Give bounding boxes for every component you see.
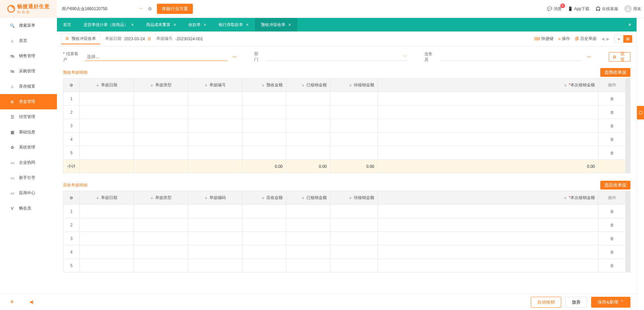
footer-bar: 自动核销 放弃 保存&新增 ⌃ — [57, 294, 637, 310]
support-link[interactable]: 🎧 在线客服 — [596, 6, 618, 12]
table-row[interactable]: 5🗑 — [63, 146, 630, 160]
customer-picker-icon[interactable]: ⋯ — [233, 54, 237, 59]
settings-gear-icon[interactable]: ⚙ — [10, 300, 14, 304]
table-row[interactable]: 5🗑 — [63, 259, 630, 272]
table-row[interactable]: 4🗑 — [63, 245, 630, 259]
table-row[interactable]: 1🗑 — [63, 205, 630, 218]
gear-icon[interactable]: ⚙ — [69, 196, 73, 200]
table-row[interactable]: 3🗑 — [63, 119, 630, 133]
trash-icon[interactable]: 🗑 — [610, 223, 614, 227]
sort-icon[interactable]: ◆ — [205, 83, 207, 87]
gear-icon[interactable]: ⚙ — [148, 6, 152, 12]
messages-link[interactable]: 💬 消息 5 — [547, 6, 562, 12]
sidebar-item[interactable]: ⊕资金管理 — [0, 94, 57, 109]
close-icon[interactable]: ✕ — [288, 23, 291, 27]
table-row[interactable]: 1🗑 — [63, 92, 630, 106]
sidebar-item[interactable]: ☰经营管理 — [0, 109, 57, 125]
tab[interactable]: 预收冲应收单✕ — [255, 18, 297, 31]
app-download-link[interactable]: 📱 App下载 — [568, 6, 589, 12]
doc-date-value[interactable]: 2023-03-24 — [124, 37, 145, 41]
sales-label: 业务员 — [424, 51, 437, 63]
auto-writeoff-button[interactable]: 自动核销 — [531, 297, 561, 308]
table-row[interactable]: 3🗑 — [63, 232, 630, 245]
next-doc-icon[interactable]: ▶ — [606, 37, 609, 41]
close-icon[interactable]: ✕ — [246, 23, 249, 27]
tab[interactable]: 首页 — [57, 18, 77, 31]
trash-icon[interactable]: 🗑 — [610, 151, 614, 155]
tab[interactable]: 银行存取款单✕ — [213, 18, 255, 31]
experience-button[interactable]: 体验行业方案 — [157, 4, 193, 14]
table-row[interactable]: 2🗑 — [63, 106, 630, 119]
doc-tab[interactable]: 🗎 预收冲应收单 — [61, 34, 100, 44]
sidebar-item[interactable]: 🔍搜索菜单 — [0, 18, 57, 33]
settings-button[interactable]: ⚙ 设置 — [609, 52, 630, 62]
trash-icon[interactable]: 🗑 — [610, 263, 614, 268]
collapse-sidebar-icon[interactable]: ◀| — [29, 300, 34, 304]
sort-icon[interactable]: ◆ — [349, 83, 352, 87]
table-row[interactable]: 4🗑 — [63, 133, 630, 146]
save-and-new-button[interactable]: 保存&新增 ⌃ — [591, 297, 630, 308]
sidebar-item[interactable]: ⌂首页 — [0, 33, 57, 48]
sort-icon[interactable]: ◆ — [564, 196, 567, 200]
sidebar-item[interactable]: ⚙系统管理 — [0, 140, 57, 155]
calendar-icon[interactable]: 🗓 — [147, 37, 152, 41]
select-receivable-button[interactable]: 选应收单据 — [600, 181, 630, 190]
sort-icon[interactable]: ◆ — [302, 196, 304, 200]
sales-picker-icon[interactable]: ⋯ — [587, 54, 592, 59]
customer-input[interactable] — [85, 53, 227, 61]
tab[interactable]: 收款单✕ — [182, 18, 213, 31]
sort-icon[interactable]: ◆ — [205, 196, 207, 200]
select-prepay-button[interactable]: 选预收单据 — [600, 68, 630, 77]
trash-icon[interactable]: 🗑 — [610, 124, 614, 128]
sidebar-item[interactable]: 🛍采购管理 — [0, 64, 57, 79]
gutter-button[interactable] — [637, 106, 644, 119]
trash-icon[interactable]: 🗑 — [610, 137, 614, 142]
sort-icon[interactable]: ◆ — [150, 83, 153, 87]
gear-icon[interactable]: ⚙ — [69, 83, 73, 88]
shortcut-link[interactable]: ⌨快捷键 — [534, 36, 554, 42]
sort-icon[interactable]: ◆ — [96, 196, 99, 200]
discard-button[interactable]: 放弃 — [565, 297, 587, 308]
sales-select[interactable] — [440, 53, 582, 61]
sidebar-item[interactable]: ▦基础信息 — [0, 125, 57, 140]
sidebar-item[interactable]: ▭企业协同 — [0, 155, 57, 170]
close-all-tabs[interactable]: ✕ — [623, 18, 637, 31]
ops-link[interactable]: ≡操作 — [558, 36, 570, 42]
trash-icon[interactable]: 🗑 — [610, 250, 614, 254]
history-link[interactable]: 🗐历史单据 — [575, 36, 597, 42]
sidebar-icon: ⌂ — [9, 38, 15, 44]
view-card-icon[interactable]: ▤ — [623, 35, 632, 43]
account-selector[interactable]: 用户690企业1660120750 ﹀ — [62, 6, 143, 12]
tab[interactable]: 商品成本重算✕ — [140, 18, 182, 31]
sidebar-item[interactable]: V畅会员 — [0, 201, 57, 216]
trash-icon[interactable]: 🗑 — [610, 110, 614, 115]
history-icon: 🗐 — [575, 37, 579, 41]
sidebar-item-label: 首页 — [19, 38, 27, 44]
sidebar-item[interactable]: ▭应用中心 — [0, 185, 57, 201]
sidebar-item[interactable]: 🛍销售管理 — [0, 48, 57, 64]
trash-icon[interactable]: 🗑 — [610, 96, 614, 101]
sidebar-item[interactable]: ⌂库存核算 — [0, 79, 57, 94]
close-icon[interactable]: ✕ — [203, 23, 206, 27]
table-row[interactable]: 2🗑 — [63, 218, 630, 232]
user-menu[interactable]: 用友 — [624, 5, 641, 13]
close-icon[interactable]: ✕ — [173, 23, 176, 27]
support-label: 在线客服 — [602, 6, 618, 12]
sidebar-item[interactable]: ▭新手引导 — [0, 170, 57, 185]
sort-icon[interactable]: ◆ — [564, 83, 567, 87]
close-icon[interactable]: ✕ — [131, 23, 134, 27]
user-name: 用友 — [633, 6, 641, 12]
chevron-up-icon: ⌃ — [620, 300, 624, 305]
sort-icon[interactable]: ◆ — [262, 196, 264, 200]
sort-icon[interactable]: ◆ — [302, 83, 304, 87]
tab[interactable]: 进货单统计表（按商品）✕ — [77, 18, 140, 31]
sort-icon[interactable]: ◆ — [150, 196, 153, 200]
dept-select[interactable]: ﹀ — [266, 53, 407, 61]
sort-icon[interactable]: ◆ — [349, 196, 352, 200]
view-list-icon[interactable]: ≡ — [615, 35, 623, 43]
prev-doc-icon[interactable]: ◀ — [601, 37, 604, 41]
trash-icon[interactable]: 🗑 — [610, 236, 614, 241]
sort-icon[interactable]: ◆ — [262, 83, 264, 87]
trash-icon[interactable]: 🗑 — [610, 209, 614, 214]
sort-icon[interactable]: ◆ — [96, 83, 99, 87]
